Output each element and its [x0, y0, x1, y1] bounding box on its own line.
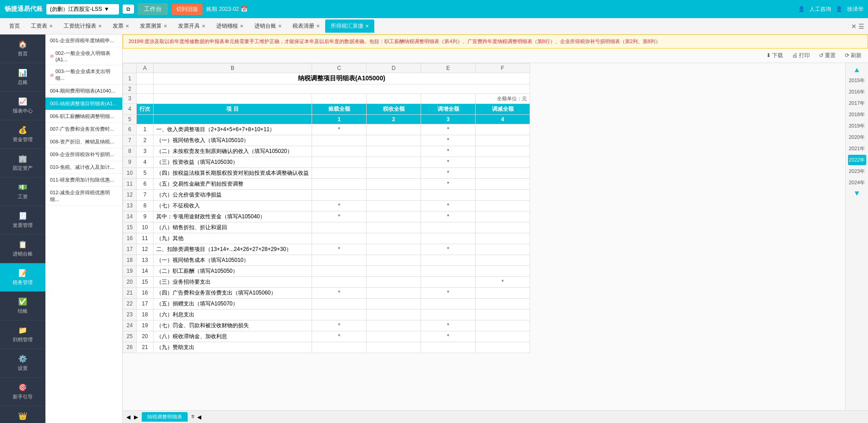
sidebar-guide-label: 新手引导 [13, 393, 33, 400]
year-2018[interactable]: 2018年 [848, 109, 866, 120]
year-2022[interactable]: 2022年 [848, 155, 866, 165]
file-item-011[interactable]: 011-研发费用加计扣除优惠... [45, 174, 122, 187]
file-item-007[interactable]: 007-广告费和业务宣传费时... [45, 123, 122, 136]
sidebar-settings-label: 设置 [18, 365, 28, 372]
refresh-button[interactable]: ⟳ 刷新 [842, 50, 864, 61]
copy-icon-button[interactable]: ⧉ [123, 5, 134, 14]
refresh-icon: ⟳ [845, 52, 849, 59]
tab-invoice-close[interactable]: ✕ [125, 24, 129, 29]
sidebar-item-home[interactable]: 🏠 首页 [0, 34, 45, 63]
tab-payroll-stats-close[interactable]: ✕ [98, 24, 102, 29]
file-item-010[interactable]: 010-免税、减计收入及加计... [45, 161, 122, 174]
vip-icon: 👑 [18, 412, 27, 420]
year-2023[interactable]: 2023年 [848, 166, 866, 177]
tab-income-tax[interactable]: 所得税汇算缴 ✕ [325, 20, 374, 33]
user-name: 徐泽华 [847, 5, 863, 13]
sidebar-item-reports[interactable]: 📈 报表中心 [0, 92, 45, 120]
sidebar-finance-label: 资金管理 [13, 136, 33, 143]
file-item-012[interactable]: 012-减免企业所得税优惠明细... [45, 187, 122, 206]
file-item-009[interactable]: 009-企业所得税弥补亏损明... [45, 148, 122, 161]
file-item-006[interactable]: 006-职工薪酬纳税调整明细... [45, 110, 122, 123]
table-row: 5 1 2 3 4 [123, 114, 530, 124]
company-selector[interactable]: (勿删）江西股宝-LSS ▼ [46, 4, 119, 15]
sheet-tab-adjust[interactable]: 纳税调整明细表 [142, 412, 188, 422]
support-icon: 👤 [798, 6, 805, 12]
year-nav-up[interactable]: ▲ [853, 65, 862, 75]
col-header-E: E [421, 63, 476, 73]
alert-text: 2019年度涉及取以前年度维修数据的申报表单元格需要手工维护正确，才能保证本年及… [129, 39, 660, 44]
sidebar-item-settings[interactable]: ⚙️ 设置 [0, 349, 45, 378]
tab-invoice-calc[interactable]: 发票测算 ✕ [134, 20, 173, 33]
tab-payroll-stats-label: 工资统计报表 [64, 22, 96, 30]
tab-tax-list[interactable]: 税表清册 ✕ [287, 20, 325, 33]
nav-right-icon[interactable]: ▶ [134, 414, 138, 420]
table-row: 24 19 （七）罚金、罚款和被没收财物的损失 * * [123, 320, 530, 331]
row-num-4: 4 [123, 103, 137, 114]
year-2017[interactable]: 2017年 [848, 98, 866, 108]
sidebar-item-closing[interactable]: ✅ 结账 [0, 292, 45, 320]
table-row: 4 行次 项 目 账载全额 税收全额 调增全额 调减全额 [123, 103, 530, 114]
sidebar-item-purchase-sales[interactable]: 📋 进销台账 [0, 235, 45, 263]
header-row-num: 行次 [137, 103, 154, 114]
tab-invoice-calc-close[interactable]: ✕ [164, 24, 167, 29]
sidebar-item-guide[interactable]: 🎯 新手引导 [0, 378, 45, 406]
calendar-icon[interactable]: 📅 [241, 6, 248, 12]
sidebar-item-invoice-mgmt[interactable]: 🧾 发票管理 [0, 206, 45, 235]
tab-home[interactable]: 首页 [4, 20, 25, 33]
sidebar-item-ledger[interactable]: 📊 总账 [0, 63, 45, 92]
file-item-005[interactable]: 005-纳税调整项目明细表(A1... [45, 98, 122, 110]
tab-payroll-close[interactable]: ✕ [49, 24, 53, 29]
file-item-003[interactable]: ⊘ 003-一般企业成本支出明细... [45, 65, 122, 85]
table-row: 10 5 （四）按税益法核算长期股权投资对初始投资成本调整确认收益 * [123, 167, 530, 178]
nav-left-icon[interactable]: ◀ [126, 414, 130, 420]
file-item-002[interactable]: ⊘ 002-一般企业收入明细表(A1... [45, 47, 122, 65]
reset-button[interactable]: ↺ 重置 [816, 50, 838, 61]
tab-sales-check[interactable]: 进销稽核 ✕ [211, 20, 249, 33]
tab-invoice-open-close[interactable]: ✕ [202, 24, 205, 29]
tab-income-tax-close[interactable]: ✕ [365, 24, 369, 29]
workbench-button[interactable]: 工作台 [138, 3, 168, 15]
tab-invoice-calc-label: 发票测算 [140, 22, 162, 30]
tab-payroll-stats[interactable]: 工资统计报表 ✕ [58, 20, 107, 33]
spreadsheet: A B C D E F 1 纳税调整项目明细表(A1 [123, 63, 530, 353]
tab-close-all-icon[interactable]: ✕ [851, 23, 857, 30]
sidebar-item-vip[interactable]: 👑 畅会员 [0, 406, 45, 423]
download-button[interactable]: ⬇ 下载 [764, 50, 786, 61]
salary-icon: 💵 [18, 183, 27, 192]
sidebar-item-tax[interactable]: 📝 税务管理 [0, 263, 45, 292]
file-item-001[interactable]: 001-企业所得税年度纳税申... [45, 34, 122, 47]
year-nav-down[interactable]: ▼ [853, 188, 862, 198]
download-icon: ⬇ [766, 52, 771, 59]
print-icon: 🖨 [792, 52, 798, 59]
switch-old-button[interactable]: 切到旧版 [172, 4, 203, 15]
file-item-004[interactable]: 004-期间费用明细表(A1040... [45, 85, 122, 98]
sheet-container[interactable]: A B C D E F 1 纳税调整项目明细表(A1 [123, 63, 845, 411]
scroll-indicator-icon: ⠿ [191, 414, 194, 419]
sidebar-item-assets[interactable]: 🏢 固定资产 [0, 149, 45, 177]
tab-payroll[interactable]: 工资表 ✕ [25, 20, 58, 33]
sidebar-item-archive[interactable]: 📁 归档管理 [0, 320, 45, 349]
tab-tax-list-close[interactable]: ✕ [316, 24, 320, 29]
tab-menu-icon[interactable]: ☰ [858, 23, 864, 30]
support-label[interactable]: 人工咨询 [809, 5, 831, 13]
year-2024[interactable]: 2024年 [848, 177, 866, 188]
tab-sales-check-close[interactable]: ✕ [240, 24, 243, 29]
year-2019[interactable]: 2019年 [848, 121, 866, 131]
sidebar-item-finance[interactable]: 💰 资金管理 [0, 120, 45, 149]
scroll-left-icon[interactable]: ◀ [197, 414, 201, 420]
year-2016[interactable]: 2016年 [848, 87, 866, 97]
tab-invoice[interactable]: 发票 ✕ [107, 20, 134, 33]
tab-sales-ledger-close[interactable]: ✕ [278, 24, 282, 29]
print-button[interactable]: 🖨 打印 [789, 50, 813, 61]
cell-A1 [137, 73, 154, 84]
year-2020[interactable]: 2020年 [848, 132, 866, 143]
col-header-A: A [137, 63, 154, 73]
tab-sales-ledger[interactable]: 进销台账 ✕ [249, 20, 287, 33]
file-item-008[interactable]: 008-资产折旧、摊销及纳税... [45, 136, 122, 148]
sidebar-archive-label: 归档管理 [13, 336, 33, 343]
refresh-label: 刷新 [851, 52, 862, 59]
year-2021[interactable]: 2021年 [848, 143, 866, 154]
tab-invoice-open[interactable]: 发票开具 ✕ [173, 20, 211, 33]
sidebar-item-salary[interactable]: 💵 工资 [0, 177, 45, 206]
year-2015[interactable]: 2015年 [848, 75, 866, 86]
